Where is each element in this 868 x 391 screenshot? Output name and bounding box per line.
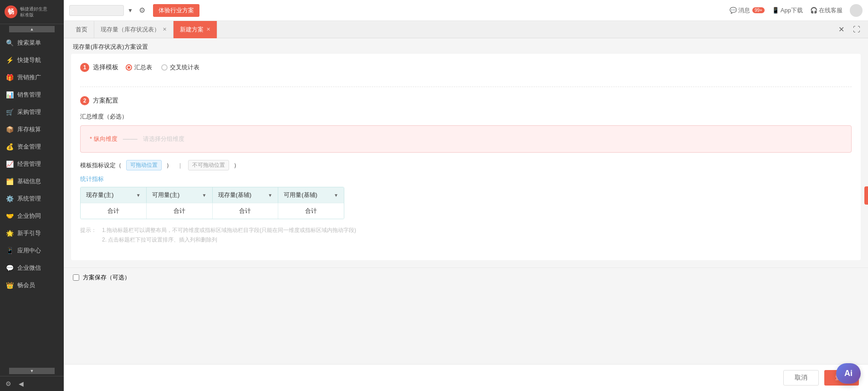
scheme-section: 2 方案配置 汇总维度（必选） * 纵向维度 —— 请选择分组维度 模板指标设定… [80, 96, 852, 244]
tab-inventory-status[interactable]: 现存量（库存状况表） ✕ [94, 21, 174, 38]
save-label: 方案保存（可选） [83, 273, 130, 282]
sidebar-footer: ⚙ ◀ [0, 376, 64, 391]
message-badge: 99+ [752, 7, 765, 13]
stats-body-col3: 合计 [213, 203, 279, 219]
sidebar-item-collab[interactable]: 🤝 企业协同 [0, 207, 64, 225]
sidebar-item-basic[interactable]: 🗂️ 基础信息 [0, 173, 64, 190]
stats-body-row: 合计 合计 合计 合计 [81, 203, 344, 219]
col4-label: 可用量(基辅) [284, 191, 317, 199]
headset-icon: 🎧 [810, 7, 817, 14]
sidebar-item-finance-label: 资金管理 [17, 143, 41, 151]
message-btn[interactable]: 💬 消息 99+ [730, 6, 765, 15]
newbie-icon: 🌟 [5, 229, 14, 237]
sidebar: 畅 畅捷通好生意 标准版 ▲ 🔍 搜索菜单 ⚡ 快捷导航 🎁 营销推广 📊 销售… [0, 0, 64, 391]
ai-bubble[interactable]: Ai [836, 363, 861, 384]
stats-header-col2[interactable]: 可用量(主) ▼ [147, 187, 213, 203]
section2-title: 方案配置 [93, 97, 118, 105]
sidebar-item-newbie[interactable]: 🌟 新手引导 [0, 225, 64, 242]
sidebar-item-inventory[interactable]: 📦 库存核算 [0, 121, 64, 138]
radio-summary-label: 汇总表 [134, 63, 152, 72]
collapse-icon[interactable]: ◀ [19, 380, 24, 387]
sidebar-item-system-label: 系统管理 [17, 195, 41, 203]
scroll-down-btn[interactable]: ▼ [9, 368, 55, 374]
sidebar-item-system[interactable]: ⚙️ 系统管理 [0, 190, 64, 207]
stats-body-col2: 合计 [147, 203, 213, 219]
tab-home[interactable]: 首页 [69, 21, 94, 38]
scroll-up-btn[interactable]: ▲ [9, 26, 55, 32]
topbar-right: 💬 消息 99+ 📱 App下载 🎧 在线客服 [730, 4, 863, 17]
stats-header-col1[interactable]: 现存量(主) ▼ [81, 187, 147, 203]
app-download-btn[interactable]: 📱 App下载 [772, 6, 803, 15]
nav-icon: ⚡ [5, 56, 14, 64]
app-logo: 畅 畅捷通好生意 标准版 [0, 0, 64, 24]
radio-cross[interactable]: 交叉统计表 [161, 63, 199, 72]
logo-icon: 畅 [5, 5, 17, 18]
business-icon: 📈 [5, 160, 14, 168]
sidebar-item-search[interactable]: 🔍 搜索菜单 [0, 34, 64, 51]
topbar-gear-icon[interactable]: ⚙ [137, 5, 148, 16]
maximize-btn[interactable]: ⛶ [851, 24, 863, 36]
tabbar-actions: ✕ ⛶ [835, 24, 863, 36]
sidebar-item-wechat[interactable]: 💬 企业微信 [0, 259, 64, 277]
metrics-label-text: 模板指标设定（ [80, 161, 122, 170]
metrics-close-text: ） [166, 161, 172, 170]
section1-header: 1 选择模板 汇总表 交叉统计表 [80, 63, 852, 72]
sidebar-item-basic-label: 基础信息 [17, 177, 41, 185]
settings-icon[interactable]: ⚙ [5, 380, 11, 387]
hint-2: 2. 点击标题栏下拉可设置排序、插入列和删除列 [80, 236, 852, 244]
stats-header-col4[interactable]: 可用量(基辅) ▼ [278, 187, 344, 203]
save-checkbox[interactable] [73, 274, 79, 281]
section1-num: 1 [80, 63, 89, 72]
stats-body-col1: 合计 [81, 203, 147, 219]
topbar-search-input[interactable] [69, 5, 124, 16]
tab-close-new-scheme[interactable]: ✕ [206, 26, 210, 32]
sidebar-item-vip-label: 畅会员 [17, 281, 35, 289]
sidebar-item-newbie-label: 新手引导 [17, 229, 41, 237]
sidebar-item-finance[interactable]: 💰 资金管理 [0, 138, 64, 155]
tabbar: 首页 现存量（库存状况表） ✕ 新建方案 ✕ ✕ ⛶ [64, 21, 868, 38]
sidebar-item-nav[interactable]: ⚡ 快捷导航 [0, 51, 64, 69]
sidebar-item-wechat-label: 企业微信 [17, 264, 41, 272]
online-service-btn[interactable]: 🎧 在线客服 [810, 6, 842, 15]
wechat-icon: 💬 [5, 264, 14, 272]
dimension-placeholder[interactable]: 请选择分组维度 [143, 135, 184, 143]
section2-num: 2 [80, 96, 89, 105]
vertical-dim-label: * 纵向维度 [90, 135, 117, 143]
radio-summary-circle [126, 64, 132, 71]
radio-cross-label: 交叉统计表 [170, 63, 199, 72]
sidebar-item-purchase[interactable]: 🛒 采购管理 [0, 103, 64, 121]
non-draggable-badge: 不可拖动位置 [188, 160, 229, 170]
sidebar-item-marketing[interactable]: 🎁 营销推广 [0, 69, 64, 86]
new-scheme-tab-label: 新建方案 [180, 26, 204, 34]
sidebar-item-apps[interactable]: 📱 应用中心 [0, 242, 64, 259]
hints: 提示： 1.拖动标题栏可以调整布局，不可跨维度或指标区域拖动栏目字段(只能在同一… [80, 226, 852, 244]
template-section: 1 选择模板 汇总表 交叉统计表 [80, 63, 852, 87]
sidebar-nav: 🔍 搜索菜单 ⚡ 快捷导航 🎁 营销推广 📊 销售管理 🛒 采购管理 📦 库存核… [0, 34, 64, 366]
dimension-box: * 纵向维度 —— 请选择分组维度 [80, 125, 852, 153]
radio-summary[interactable]: 汇总表 [126, 63, 152, 72]
cancel-button[interactable]: 取消 [783, 370, 819, 386]
tab-close-inventory[interactable]: ✕ [163, 26, 167, 32]
tab-new-scheme[interactable]: 新建方案 ✕ [174, 21, 217, 38]
close-panel-btn[interactable]: ✕ [835, 24, 847, 36]
industry-scheme-btn[interactable]: 体验行业方案 [153, 4, 199, 17]
message-icon: 💬 [730, 7, 737, 14]
col2-label: 可用量(主) [152, 191, 180, 199]
hint-1: 提示： 1.拖动标题栏可以调整布局，不可跨维度或指标区域拖动栏目字段(只能在同一… [80, 226, 852, 234]
purchase-icon: 🛒 [5, 108, 14, 116]
stats-body-col4: 合计 [278, 203, 344, 219]
user-avatar[interactable] [850, 4, 863, 17]
draggable-badge: 可拖动位置 [126, 160, 162, 170]
topbar-dropdown-btn[interactable]: ▼ [128, 7, 133, 14]
section1-title: 选择模板 [93, 63, 118, 72]
stats-header-col3[interactable]: 现存量(基辅) ▼ [213, 187, 279, 203]
sidebar-item-sales[interactable]: 📊 销售管理 [0, 86, 64, 103]
stats-section-title: 统计指标 [80, 175, 852, 183]
dimension-divider: —— [123, 135, 138, 143]
sidebar-item-apps-label: 应用中心 [17, 247, 41, 255]
sidebar-item-business[interactable]: 📈 经营管理 [0, 155, 64, 173]
col4-chevron: ▼ [334, 193, 338, 198]
sidebar-item-vip[interactable]: 👑 畅会员 [0, 277, 64, 294]
vip-icon: 👑 [5, 281, 14, 289]
marketing-icon: 🎁 [5, 73, 14, 82]
